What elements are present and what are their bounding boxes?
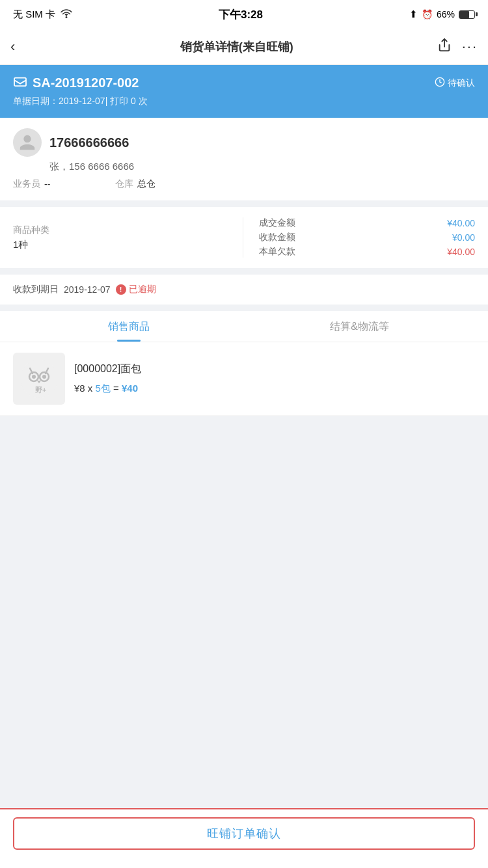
product-list: 野+ [0000002]面包 ¥8 x 5包 = ¥40	[0, 342, 488, 416]
product-total: ¥40	[122, 383, 138, 394]
product-price: ¥8	[74, 383, 85, 394]
product-info: [0000002]面包 ¥8 x 5包 = ¥40	[74, 362, 475, 395]
staff-value: --	[44, 179, 50, 189]
bottom-bar: 旺铺订单确认	[0, 808, 488, 868]
staff-label: 业务员	[13, 178, 40, 190]
overdue-badge: ! 已逾期	[116, 284, 156, 295]
order-icon	[13, 75, 27, 90]
nav-actions: ···	[437, 38, 478, 55]
warehouse-value: 总仓	[137, 178, 156, 190]
overdue-icon: !	[116, 284, 126, 295]
svg-point-6	[32, 375, 36, 379]
summary-section: 商品种类 1种 成交金额 ¥40.00 收款金额 ¥0.00 本单欠款 ¥40.…	[0, 207, 488, 268]
due-label: 收款到期日	[13, 284, 59, 295]
received-value: ¥0.00	[452, 232, 475, 243]
product-thumbnail: 野+	[13, 353, 65, 405]
product-name: [0000002]面包	[74, 362, 475, 376]
due-date-section: 收款到期日 2019-12-07 ! 已逾期	[0, 275, 488, 305]
customer-meta: 业务员 -- 仓库 总仓	[13, 178, 475, 190]
received-label: 收款金额	[259, 232, 295, 243]
page-title: 销货单详情(来自旺铺)	[36, 39, 437, 55]
order-date: 单据日期：2019-12-07| 打印 0 次	[13, 96, 475, 107]
share-icon[interactable]	[437, 38, 452, 55]
product-type-label: 商品种类	[13, 224, 230, 236]
customer-name: 张，156 6666 6666	[49, 161, 475, 173]
status-time: 下午3:28	[219, 7, 263, 22]
tab-sales-product[interactable]: 销售商品	[13, 311, 244, 342]
customer-phone: 17666666666	[49, 135, 129, 150]
avatar	[13, 128, 42, 157]
customer-section: 17666666666 张，156 6666 6666 业务员 -- 仓库 总仓	[0, 118, 488, 200]
svg-rect-1	[14, 78, 26, 87]
status-bar: 无 SIM 卡 下午3:28 ⬆ ⏰ 66%	[0, 0, 488, 29]
location-icon: ⬆	[409, 8, 418, 20]
tabs-bar: 销售商品 结算&物流等	[0, 311, 488, 342]
product-item: 野+ [0000002]面包 ¥8 x 5包 = ¥40	[0, 342, 488, 416]
amount-value: ¥40.00	[447, 218, 475, 228]
tab-settlement[interactable]: 结算&物流等	[244, 311, 475, 342]
status-left: 无 SIM 卡	[13, 8, 72, 21]
svg-point-7	[42, 375, 46, 379]
tabs-section: 销售商品 结算&物流等	[0, 311, 488, 342]
nav-bar: ‹ 销货单详情(来自旺铺) ···	[0, 29, 488, 65]
product-quantity: 5包	[96, 383, 111, 394]
clock-icon	[435, 77, 445, 89]
confirm-order-button[interactable]: 旺铺订单确认	[13, 817, 475, 850]
battery-percent: 66%	[437, 9, 455, 20]
debt-label: 本单欠款	[259, 246, 295, 258]
status-right: ⬆ ⏰ 66%	[409, 8, 475, 20]
more-icon[interactable]: ···	[462, 38, 478, 55]
product-price-row: ¥8 x 5包 = ¥40	[74, 383, 475, 395]
debt-value: ¥40.00	[447, 247, 475, 257]
battery-icon	[459, 10, 475, 19]
alarm-icon: ⏰	[422, 9, 433, 20]
due-date: 2019-12-07	[64, 284, 111, 295]
back-button[interactable]: ‹	[10, 38, 36, 55]
svg-text:野+: 野+	[35, 386, 46, 394]
amount-label: 成交金额	[259, 217, 295, 229]
product-type-value: 1种	[13, 239, 230, 251]
equals-sign: =	[113, 383, 119, 394]
multiply-sign: x	[88, 383, 96, 394]
order-header: SA-20191207-002 待确认 单据日期：2019-12-07| 打印 …	[0, 65, 488, 118]
carrier-text: 无 SIM 卡	[13, 8, 55, 21]
content-spacer	[0, 416, 488, 546]
overdue-text: 已逾期	[129, 284, 156, 295]
order-status: 待确认	[435, 77, 475, 89]
order-id: SA-20191207-002	[13, 75, 139, 90]
wifi-icon	[61, 9, 72, 20]
warehouse-label: 仓库	[115, 178, 133, 190]
